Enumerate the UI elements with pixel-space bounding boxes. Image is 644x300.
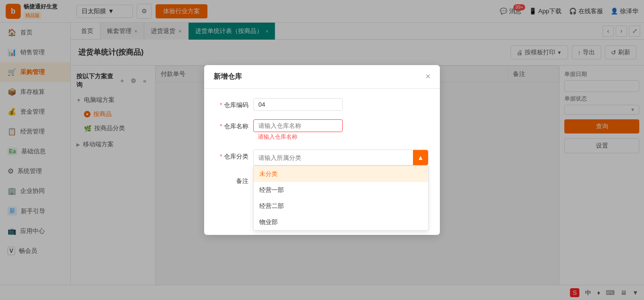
name-field-inner: * 仓库名称 <box>215 119 343 132</box>
chevron-up-icon: ▲ <box>417 154 424 161</box>
name-label-text: 仓库名称 <box>224 123 248 130</box>
category-required-star: * <box>220 153 222 160</box>
name-label: * 仓库名称 <box>215 119 253 131</box>
new-warehouse-modal: 新增仓库 × * 仓库编码 * 仓库名称 <box>204 65 440 235</box>
dropdown-item-3[interactable]: 物业部 <box>254 214 428 230</box>
code-input-wrapper <box>253 98 429 111</box>
note-label-text: 备注 <box>236 177 248 184</box>
dropdown-item-0[interactable]: 未分类 <box>254 166 428 182</box>
modal-header: 新增仓库 × <box>204 65 440 89</box>
note-label: 备注 <box>215 174 253 185</box>
modal-overlay: 新增仓库 × * 仓库编码 * 仓库名称 <box>0 0 644 300</box>
name-error-block: 请输入仓库名称 <box>215 133 297 141</box>
category-input-row: ▲ <box>253 150 429 166</box>
category-dropdown-list: 未分类 经营一部 经营二部 物业部 <box>253 166 429 231</box>
code-field-row: * 仓库编码 <box>215 98 429 111</box>
category-input[interactable] <box>254 152 413 164</box>
code-label-text: 仓库编码 <box>224 101 248 108</box>
modal-body: * 仓库编码 * 仓库名称 <box>204 89 440 205</box>
category-toggle-button[interactable]: ▲ <box>413 150 428 165</box>
name-input[interactable] <box>253 119 343 132</box>
dropdown-item-1[interactable]: 经营一部 <box>254 182 428 198</box>
dropdown-item-2[interactable]: 经营二部 <box>254 198 428 214</box>
category-label-text: 仓库分类 <box>224 153 248 160</box>
modal-title: 新增仓库 <box>214 72 242 81</box>
category-field-row: * 仓库分类 ▲ 未分类 经营一部 经营二部 物业部 <box>215 150 429 166</box>
name-input-wrapper <box>253 119 343 132</box>
code-label: * 仓库编码 <box>215 98 253 109</box>
code-input[interactable] <box>253 98 343 111</box>
modal-close-button[interactable]: × <box>425 72 430 82</box>
category-dropdown-wrapper: ▲ 未分类 经营一部 经营二部 物业部 <box>253 150 429 166</box>
name-required-star: * <box>220 123 222 130</box>
name-field-row: * 仓库名称 请输入仓库名称 <box>215 119 429 141</box>
code-required-star: * <box>220 101 222 108</box>
name-error-message: 请输入仓库名称 <box>258 133 297 140</box>
category-label: * 仓库分类 <box>215 150 253 161</box>
